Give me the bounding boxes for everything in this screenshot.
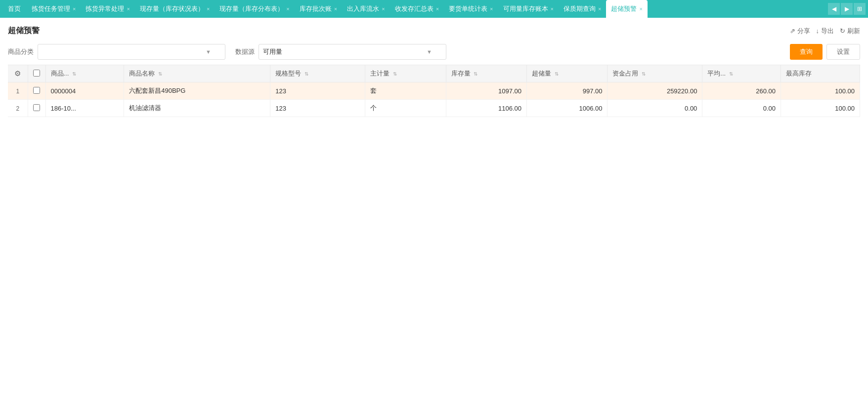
- th-settings[interactable]: ⚙: [8, 65, 28, 82]
- nav-label: 拣货任务管理: [32, 4, 70, 13]
- page-content: 超储预警 ⇗ 分享 ↓ 导出 ↻ 刷新 商品分类 ▼ 数据源: [0, 18, 868, 395]
- sort-icon-capital: ⇅: [642, 71, 646, 77]
- nav-expand-button[interactable]: ⊞: [854, 3, 866, 15]
- cell-stock-qty: 1097.00: [446, 82, 526, 100]
- sort-icon-stock-qty: ⇅: [474, 71, 477, 77]
- cell-product-name: 六配套新昌490BPG: [124, 82, 270, 100]
- cell-checkbox[interactable]: [28, 100, 45, 117]
- refresh-button[interactable]: ↻ 刷新: [840, 27, 860, 36]
- refresh-label: 刷新: [847, 27, 860, 36]
- nav-item-batch-account[interactable]: 库存批次账 ×: [295, 0, 342, 18]
- category-filter: 商品分类 ▼: [8, 44, 225, 60]
- th-avg-label: 平均...: [707, 70, 726, 77]
- nav-label: 库存批次账: [300, 4, 332, 13]
- nav-label: 保质期查询: [564, 4, 596, 13]
- th-max-stock-label: 最高库存: [786, 70, 812, 77]
- select-all-checkbox[interactable]: [33, 70, 40, 77]
- cell-avg: 260.00: [702, 82, 781, 100]
- th-product-code-label: 商品...: [51, 70, 69, 77]
- nav-item-overstock-warning[interactable]: 超储预警 ×: [606, 0, 647, 18]
- th-capital-occupied[interactable]: 资金占用 ⇅: [608, 65, 702, 82]
- filter-action-buttons: 查询 设置: [790, 44, 860, 60]
- th-over-qty[interactable]: 超储量 ⇅: [527, 65, 608, 82]
- th-avg[interactable]: 平均... ⇅: [702, 65, 781, 82]
- nav-close-pick-exception[interactable]: ×: [127, 6, 130, 12]
- nav-close-available-stock[interactable]: ×: [551, 6, 554, 12]
- share-icon: ⇗: [790, 27, 795, 35]
- nav-label: 现存量（库存分布表）: [219, 4, 284, 13]
- category-select[interactable]: ▼: [38, 44, 225, 60]
- data-table: ⚙ 商品... ⇅ 商品名称 ⇅ 规格型号 ⇅ 主计量: [8, 65, 860, 117]
- table-row[interactable]: 2 186-10... 机油滤清器 123 个 1106.00 1006.00 …: [8, 100, 860, 117]
- nav-label: 超储预警: [611, 4, 637, 13]
- nav-close-order-stat[interactable]: ×: [490, 6, 493, 12]
- settings-button[interactable]: 设置: [826, 44, 860, 60]
- cell-index: 1: [8, 82, 28, 100]
- category-filter-label: 商品分类: [8, 47, 34, 56]
- row-checkbox[interactable]: [33, 87, 40, 94]
- nav-label: 要货单统计表: [449, 4, 487, 13]
- cell-index: 2: [8, 100, 28, 117]
- nav-close-inout-flow[interactable]: ×: [382, 6, 385, 12]
- table-header-row: ⚙ 商品... ⇅ 商品名称 ⇅ 规格型号 ⇅ 主计量: [8, 65, 860, 82]
- nav-item-pick-task[interactable]: 拣货任务管理 ×: [27, 0, 81, 18]
- nav-close-recv-send[interactable]: ×: [436, 6, 439, 12]
- nav-item-order-stat[interactable]: 要货单统计表 ×: [444, 0, 498, 18]
- query-button[interactable]: 查询: [790, 44, 823, 60]
- cell-checkbox[interactable]: [28, 82, 45, 100]
- nav-label: 现存量（库存状况表）: [140, 4, 204, 13]
- th-spec[interactable]: 规格型号 ⇅: [270, 65, 365, 82]
- export-icon: ↓: [816, 27, 820, 35]
- datasource-select[interactable]: 可用量 ▼: [259, 44, 446, 60]
- nav-next-button[interactable]: ▶: [841, 3, 853, 15]
- nav-label: 拣货异常处理: [86, 4, 124, 13]
- share-label: 分享: [797, 27, 810, 36]
- table-body: 1 0000004 六配套新昌490BPG 123 套 1097.00 997.…: [8, 82, 860, 117]
- nav-label: 收发存汇总表: [395, 4, 434, 13]
- chevron-down-icon-2: ▼: [427, 49, 432, 55]
- row-checkbox[interactable]: [33, 104, 40, 111]
- export-button[interactable]: ↓ 导出: [816, 27, 834, 36]
- nav-item-home[interactable]: 首页: [2, 0, 27, 18]
- cell-over-qty: 997.00: [527, 82, 608, 100]
- top-navigation: 首页 拣货任务管理 × 拣货异常处理 × 现存量（库存状况表） × 现存量（库存…: [0, 0, 868, 18]
- nav-close-batch-account[interactable]: ×: [334, 6, 337, 12]
- nav-item-recv-send[interactable]: 收发存汇总表 ×: [390, 0, 444, 18]
- nav-close-pick-task[interactable]: ×: [73, 6, 76, 12]
- page-header: 超储预警 ⇗ 分享 ↓ 导出 ↻ 刷新: [8, 26, 860, 36]
- nav-item-stock-status[interactable]: 现存量（库存状况表） ×: [135, 0, 215, 18]
- cell-product-code: 0000004: [45, 82, 124, 100]
- th-checkbox[interactable]: [28, 65, 45, 82]
- th-product-name[interactable]: 商品名称 ⇅: [124, 65, 270, 82]
- th-unit[interactable]: 主计量 ⇅: [365, 65, 446, 82]
- sort-icon-product-name: ⇅: [158, 71, 162, 77]
- nav-item-shelf-life[interactable]: 保质期查询 ×: [559, 0, 606, 18]
- cell-over-qty: 1006.00: [527, 100, 608, 117]
- th-stock-qty[interactable]: 库存量 ⇅: [446, 65, 526, 82]
- cell-spec: 123: [270, 82, 365, 100]
- nav-item-available-stock[interactable]: 可用量库存账本 ×: [498, 0, 559, 18]
- nav-close-stock-status[interactable]: ×: [207, 6, 210, 12]
- th-capital-occupied-label: 资金占用: [612, 70, 638, 77]
- th-stock-qty-label: 库存量: [451, 70, 471, 77]
- refresh-icon: ↻: [840, 27, 845, 35]
- nav-item-inout-flow[interactable]: 出入库流水 ×: [342, 0, 390, 18]
- cell-capital-occupied: 259220.00: [608, 82, 702, 100]
- export-label: 导出: [821, 27, 834, 36]
- nav-close-stock-dist[interactable]: ×: [286, 6, 289, 12]
- th-product-name-label: 商品名称: [129, 70, 155, 77]
- nav-item-pick-exception[interactable]: 拣货异常处理 ×: [81, 0, 134, 18]
- chevron-down-icon: ▼: [206, 49, 211, 55]
- nav-prev-button[interactable]: ◀: [828, 3, 840, 15]
- th-product-code[interactable]: 商品... ⇅: [45, 65, 124, 82]
- nav-item-stock-dist[interactable]: 现存量（库存分布表） ×: [215, 0, 294, 18]
- table-row[interactable]: 1 0000004 六配套新昌490BPG 123 套 1097.00 997.…: [8, 82, 860, 100]
- share-button[interactable]: ⇗ 分享: [790, 27, 810, 36]
- th-max-stock[interactable]: 最高库存: [781, 65, 860, 82]
- gear-icon[interactable]: ⚙: [14, 69, 21, 78]
- sort-icon-product-code: ⇅: [72, 71, 76, 77]
- cell-stock-qty: 1106.00: [446, 100, 526, 117]
- nav-close-overstock-warning[interactable]: ×: [639, 6, 642, 12]
- datasource-filter: 数据源 可用量 ▼: [235, 44, 446, 60]
- nav-close-shelf-life[interactable]: ×: [598, 6, 601, 12]
